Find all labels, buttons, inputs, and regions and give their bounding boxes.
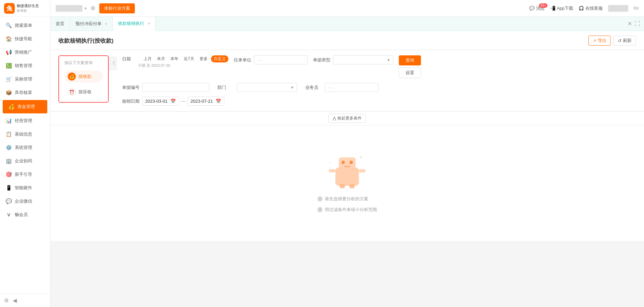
verify-date-end-value: 2023-07-21 <box>191 99 213 104</box>
message-btn[interactable]: 💬 消息 99+ <box>529 5 545 11</box>
export-button[interactable]: ↗ 导出 <box>588 36 611 46</box>
header-gear-icon[interactable]: ⚙ <box>91 5 95 11</box>
sidebar-item-quick-nav[interactable]: 🏠 快捷导航 <box>0 32 50 46</box>
sidebar-item-smart-hw[interactable]: 📱 智能硬件 <box>0 181 50 195</box>
filter-actions: 查询 设置 <box>399 55 421 78</box>
sidebar-item-enterprise[interactable]: 🏢 企业协同 <box>0 154 50 168</box>
sidebar-logo: 兔 畅捷通好生意 标准版 <box>0 0 50 17</box>
message-badge: 99+ <box>539 3 547 8</box>
tab-receivable-close-icon[interactable]: × <box>148 21 150 25</box>
bill-no-input[interactable] <box>142 83 209 92</box>
logo-text-area: 畅捷通好生意 标准版 <box>17 3 39 13</box>
collapse-sidebar-icon[interactable]: ◀ <box>13 297 17 304</box>
bill-type-select[interactable]: ▾ <box>333 55 393 64</box>
date-btn-7days[interactable]: 近7天 <box>182 55 196 62</box>
svg-text:✦: ✦ <box>359 155 363 160</box>
salesperson-select[interactable]: ··· <box>325 83 378 92</box>
app-logo-icon: 兔 <box>4 3 15 14</box>
sidebar-item-label-sales: 销售管理 <box>15 63 32 69</box>
date-btn-last-month[interactable]: 上月 <box>142 55 154 62</box>
date-btn-custom[interactable]: 自定义 <box>211 55 228 62</box>
svg-rect-7 <box>340 184 345 188</box>
sidebar-item-marketing[interactable]: 📢 营销推广 <box>0 46 50 59</box>
marketing-icon: 📢 <box>5 49 12 56</box>
industry-btn[interactable]: 体验行业方案 <box>99 3 135 13</box>
query-button[interactable]: 查询 <box>399 55 421 65</box>
filter-option-receipt[interactable]: 💰 按收款 <box>64 70 103 83</box>
sidebar-item-label-purchase: 采购管理 <box>15 76 32 82</box>
date-btn-more[interactable]: 更多 <box>198 55 210 62</box>
user-name-text: Rit <box>634 6 639 11</box>
sidebar-item-search[interactable]: 🔍 搜索菜单 <box>0 19 50 32</box>
purchase-icon: 🛒 <box>5 76 12 83</box>
empty-illustration: ✦ ✦ <box>327 152 367 189</box>
tab-prepay[interactable]: 预付冲应付单 × <box>70 17 113 31</box>
salesperson-dots: ··· <box>328 85 334 90</box>
refresh-label: 刷新 <box>623 38 632 44</box>
more-conditions-btn[interactable]: ⋀ 收起更多条件 <box>328 114 366 123</box>
online-service-btn[interactable]: 🎧 在线客服 <box>579 5 603 11</box>
sidebar-item-sales[interactable]: 💹 销售管理 <box>0 59 50 72</box>
verify-date-start-input[interactable]: 2023-03-01 📅 <box>142 97 179 106</box>
tab-prepay-close-icon[interactable]: × <box>105 22 107 26</box>
date-btn-this-month[interactable]: 本月 <box>155 55 167 62</box>
bill-type-field: 单据类型 ▾ <box>313 55 393 64</box>
page-actions: ↗ 导出 ↺ 刷新 <box>588 36 636 50</box>
header-right: 💬 消息 99+ 📲 App下载 🎧 在线客服 Rit <box>529 5 639 12</box>
salesperson-field: 业务员 ··· <box>305 83 378 92</box>
sidebar-item-operation[interactable]: 📊 经营管理 <box>0 114 50 127</box>
smart-hw-icon: 📱 <box>5 185 12 191</box>
header-logo-area: ▾ <box>56 5 87 12</box>
export-icon: ↗ <box>593 38 596 43</box>
filter-row-3: 核销日期 2023-03-01 📅 — 2023-07-21 📅 <box>122 97 636 106</box>
sidebar-item-guide[interactable]: 🎯 新手引导 <box>0 168 50 181</box>
empty-hint-2: 2 用过滤条件来缩小分析范围 <box>317 205 377 214</box>
app-download-btn[interactable]: 📲 App下载 <box>550 5 573 11</box>
dept-select[interactable]: ▾ <box>237 83 297 92</box>
step-2-num: 2 <box>317 207 323 212</box>
sidebar-item-label-finance: 资金管理 <box>17 104 35 110</box>
system-icon: ⚙️ <box>5 144 12 151</box>
date-btn-this-year[interactable]: 本年 <box>168 55 180 62</box>
dept-label: 部门 <box>217 85 234 91</box>
refresh-button[interactable]: ↺ 刷新 <box>613 36 636 46</box>
tab-home-label: 首页 <box>56 21 64 27</box>
header-chevron-icon[interactable]: ▾ <box>85 6 87 11</box>
sidebar-item-purchase[interactable]: 🛒 采购管理 <box>0 72 50 86</box>
sidebar-item-label-guide: 新手引导 <box>15 171 32 177</box>
salesperson-label: 业务员 <box>305 85 322 91</box>
settings-bottom-icon[interactable]: ⚙ <box>4 297 9 304</box>
sidebar-item-finance[interactable]: 💰 资金管理 <box>3 100 47 113</box>
tab-home[interactable]: 首页 <box>50 17 70 31</box>
verify-date-label: 核销日期 <box>122 98 140 104</box>
filter-collapse-btn[interactable]: 《 <box>109 57 117 70</box>
tab-maximize-icon[interactable]: ⛶ <box>635 21 640 27</box>
counterparty-select[interactable]: ··· <box>254 55 308 64</box>
filter-option-receivable[interactable]: ⏰ 按应收 <box>64 86 103 98</box>
home-icon: 🏠 <box>5 36 12 42</box>
bill-type-chevron-icon: ▾ <box>387 57 390 62</box>
tab-receivable[interactable]: 收款核销执行 × <box>113 17 155 31</box>
tab-close-all-icon[interactable]: ✕ <box>628 20 632 27</box>
sidebar-item-base-info[interactable]: 📋 基础信息 <box>0 127 50 141</box>
filter-left-wrapper: 按以下方案查询 💰 按收款 ⏰ 按应收 《 <box>58 55 117 106</box>
filter-scheme-box: 按以下方案查询 💰 按收款 ⏰ 按应收 <box>58 55 109 103</box>
user-avatar[interactable] <box>608 5 628 12</box>
svg-rect-8 <box>350 184 355 188</box>
sidebar-item-label-smart-hw: 智能硬件 <box>15 185 32 191</box>
calendar-end-icon[interactable]: 📅 <box>216 99 221 104</box>
more-conditions-bar: ⋀ 收起更多条件 <box>50 111 644 125</box>
step-1-num: 1 <box>317 196 323 202</box>
finance-icon: 💰 <box>8 103 15 110</box>
sidebar-item-vip[interactable]: V 畅会员 <box>0 208 50 221</box>
calendar-start-icon[interactable]: 📅 <box>170 99 176 104</box>
sidebar-item-inventory[interactable]: 📦 库存核算 <box>0 86 50 99</box>
sidebar-item-label-wechat: 企业微信 <box>15 198 32 204</box>
main-area: ▾ ⚙ 体验行业方案 💬 消息 99+ 📲 App下载 🎧 在线客服 Rit 首… <box>50 0 644 307</box>
sidebar-item-wechat[interactable]: 💬 企业微信 <box>0 195 50 208</box>
verify-date-end-input[interactable]: 2023-07-21 📅 <box>187 97 224 106</box>
settings-button[interactable]: 设置 <box>399 67 421 78</box>
sidebar-item-system[interactable]: ⚙️ 系统管理 <box>0 141 50 154</box>
page-header: 收款核销执行(按收款) ↗ 导出 ↺ 刷新 <box>50 31 644 50</box>
sidebar-item-label-inventory: 库存核算 <box>15 90 32 96</box>
